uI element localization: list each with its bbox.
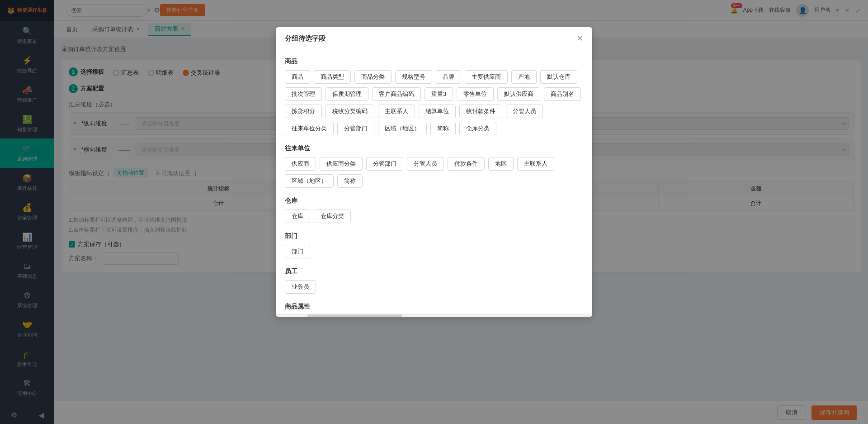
field-chip-0-10[interactable]: 客户商品编码	[372, 87, 421, 101]
field-section-1: 往来单位供应商供应商分类分管部门分管人员付款条件地区主联系人区域（地区）简称	[285, 144, 583, 188]
dialog-hscroll-thumb	[307, 314, 402, 317]
field-chip-0-18[interactable]: 结算单位	[419, 105, 456, 118]
field-chip-0-5[interactable]: 主要供应商	[465, 70, 508, 84]
field-chip-0-22[interactable]: 分管部门	[337, 122, 374, 135]
field-chip-0-8[interactable]: 批次管理	[285, 87, 322, 101]
field-chip-0-0[interactable]: 商品	[285, 70, 310, 84]
field-chip-0-1[interactable]: 商品类型	[314, 70, 351, 84]
field-chip-0-4[interactable]: 品牌	[436, 70, 461, 84]
field-chip-1-4[interactable]: 付款条件	[448, 157, 485, 171]
field-chip-0-7[interactable]: 默认仓库	[540, 70, 577, 84]
field-chip-0-9[interactable]: 保质期管理	[326, 87, 368, 101]
field-chip-0-25[interactable]: 仓库分类	[459, 122, 496, 135]
field-chip-0-13[interactable]: 默认供应商	[497, 87, 540, 101]
field-chip-0-6[interactable]: 产地	[511, 70, 537, 84]
field-chip-0-15[interactable]: 拣货积分	[285, 105, 322, 118]
dialog-hscroll[interactable]	[276, 314, 592, 317]
field-chips-4: 业务员	[285, 280, 583, 294]
field-chip-1-2[interactable]: 分管部门	[366, 157, 403, 171]
field-chip-4-0[interactable]: 业务员	[285, 280, 316, 294]
field-section-5: 商品属性属性颜色多规格尺码鞋码1	[285, 303, 583, 314]
field-section-title-2: 仓库	[285, 197, 583, 205]
field-section-title-5: 商品属性	[285, 303, 583, 311]
field-chips-2: 仓库仓库分类	[285, 210, 583, 223]
dialog-body[interactable]: 商品商品商品类型商品分类规格型号品牌主要供应商产地默认仓库批次管理保质期管理客户…	[276, 50, 592, 314]
field-chip-0-23[interactable]: 区域（地区）	[378, 122, 427, 135]
field-chip-0-19[interactable]: 收付款条件	[459, 105, 502, 118]
field-chip-2-1[interactable]: 仓库分类	[314, 210, 351, 223]
dialog: 分组待选字段 ✕ 商品商品商品类型商品分类规格型号品牌主要供应商产地默认仓库批次…	[276, 27, 592, 317]
field-chip-0-11[interactable]: 重量3	[425, 87, 453, 101]
field-chip-1-7[interactable]: 区域（地区）	[285, 174, 334, 188]
field-chip-0-2[interactable]: 商品分类	[354, 70, 392, 84]
field-chip-1-8[interactable]: 简称	[337, 174, 363, 188]
field-chip-1-3[interactable]: 分管人员	[407, 157, 444, 171]
field-section-4: 员工业务员	[285, 267, 583, 294]
field-chip-0-14[interactable]: 商品别名	[544, 87, 581, 101]
field-section-0: 商品商品商品类型商品分类规格型号品牌主要供应商产地默认仓库批次管理保质期管理客户…	[285, 57, 583, 135]
field-chip-0-16[interactable]: 税收分类编码	[326, 105, 374, 118]
field-chip-1-6[interactable]: 主联系人	[517, 157, 554, 171]
dialog-title: 分组待选字段	[285, 34, 326, 43]
field-chip-1-5[interactable]: 地区	[488, 157, 514, 171]
field-section-3: 部门部门	[285, 232, 583, 258]
field-chip-0-21[interactable]: 往来单位分类	[285, 122, 334, 135]
field-chip-1-1[interactable]: 供应商分类	[320, 157, 363, 171]
field-chip-0-12[interactable]: 零售单位	[457, 87, 494, 101]
dialog-header: 分组待选字段 ✕	[276, 27, 592, 50]
field-section-title-0: 商品	[285, 57, 583, 66]
field-section-title-1: 往来单位	[285, 144, 583, 152]
field-chips-1: 供应商供应商分类分管部门分管人员付款条件地区主联系人区域（地区）简称	[285, 157, 583, 188]
field-chip-2-0[interactable]: 仓库	[285, 210, 310, 223]
field-section-title-3: 部门	[285, 232, 583, 240]
overlay: 分组待选字段 ✕ 商品商品商品类型商品分类规格型号品牌主要供应商产地默认仓库批次…	[0, 0, 868, 424]
field-chip-1-0[interactable]: 供应商	[285, 157, 316, 171]
field-chip-0-3[interactable]: 规格型号	[395, 70, 432, 84]
field-chips-0: 商品商品类型商品分类规格型号品牌主要供应商产地默认仓库批次管理保质期管理客户商品…	[285, 70, 583, 135]
field-chips-3: 部门	[285, 245, 583, 258]
field-chip-0-17[interactable]: 主联系人	[378, 105, 415, 118]
field-chip-0-24[interactable]: 简称	[430, 122, 456, 135]
field-chip-3-0[interactable]: 部门	[285, 245, 310, 258]
field-section-title-4: 员工	[285, 267, 583, 276]
dialog-close-icon[interactable]: ✕	[576, 33, 583, 43]
field-section-2: 仓库仓库仓库分类	[285, 197, 583, 223]
field-chip-0-20[interactable]: 分管人员	[506, 105, 543, 118]
